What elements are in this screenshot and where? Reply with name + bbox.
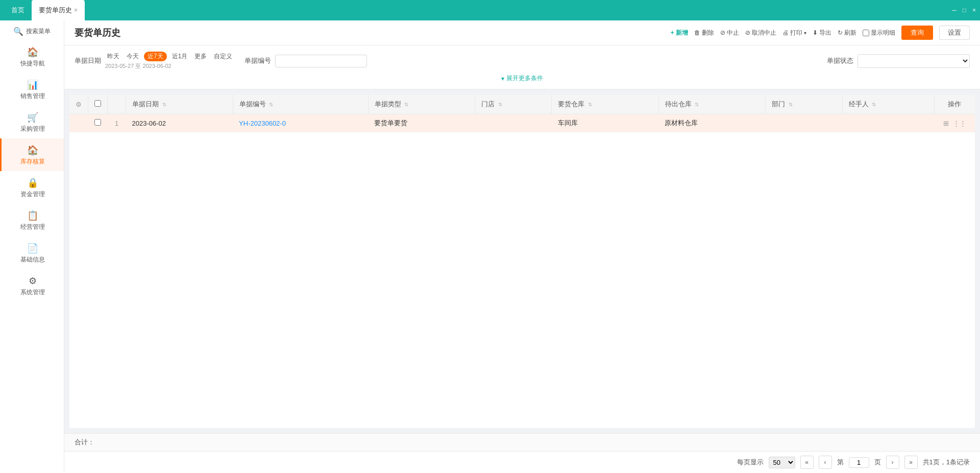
last-page-button[interactable]: » (904, 456, 918, 469)
col-rownum (108, 94, 126, 114)
row-number-link[interactable]: YH-20230602-0 (239, 120, 286, 127)
page-unit-label: 页 (874, 458, 881, 467)
sidebar-item-basic-info[interactable]: 📄 基础信息 (0, 236, 64, 269)
per-page-label: 每页显示 (737, 458, 764, 467)
doc-status-select[interactable] (857, 54, 970, 68)
row-view-icon[interactable]: ⊞ (943, 120, 949, 127)
sidebar-item-inventory[interactable]: 🏠 库存核算 (0, 138, 64, 171)
sort-date-icon: ⇅ (162, 102, 166, 107)
filter-row: 单据日期 昨天 今天 近7天 近1月 更多 自定义 2023-05-27 至 2… (75, 52, 970, 70)
date-today[interactable]: 今天 (125, 52, 141, 61)
per-page-select[interactable]: 50 10 20 100 (769, 457, 795, 468)
select-all-checkbox[interactable] (94, 100, 101, 107)
display-cell-toggle[interactable]: 显示明细 (863, 29, 895, 37)
settings-button[interactable]: 设置 (939, 26, 970, 40)
sidebar-item-sales[interactable]: 📊 销售管理 (0, 73, 64, 106)
date-last1month[interactable]: 近1月 (170, 52, 190, 61)
row-date: 2023-06-02 (132, 120, 166, 127)
row-number-cell: YH-20230602-0 (233, 114, 368, 132)
row-type: 要货单要货 (374, 119, 407, 127)
tab-requisition-history[interactable]: 要货单历史 × (32, 0, 85, 20)
tab-close-icon[interactable]: × (74, 7, 78, 14)
query-button[interactable]: 查询 (901, 26, 933, 40)
main-layout: 🔍 搜索菜单 🏠 快捷导航 📊 销售管理 🛒 采购管理 🏠 库存核算 🔒 资金管… (0, 20, 980, 473)
cart-icon: 🛒 (27, 113, 38, 122)
page-number-input[interactable] (849, 457, 869, 468)
row-handler-cell (842, 114, 934, 132)
top-bar: 首页 要货单历史 × ─ □ × (0, 0, 980, 20)
col-checkbox (88, 94, 108, 114)
row-type-cell: 要货单要货 (368, 114, 475, 132)
stop-label: 中止 (727, 29, 739, 37)
sidebar-item-quick-nav[interactable]: 🏠 快捷导航 (0, 40, 64, 73)
date-more[interactable]: 更多 (192, 52, 209, 61)
minimize-button[interactable]: ─ (952, 7, 957, 14)
sidebar-item-operation-label: 经营管理 (20, 223, 45, 231)
col-date[interactable]: 单据日期 ⇅ (126, 94, 233, 114)
date-filter: 单据日期 昨天 今天 近7天 近1月 更多 自定义 2023-05-27 至 2… (75, 52, 234, 70)
maximize-button[interactable]: □ (963, 7, 966, 14)
col-req-warehouse[interactable]: 要货仓库 ⇅ (552, 94, 659, 114)
sidebar-item-basic-info-label: 基础信息 (20, 255, 45, 264)
row-checkbox-cell[interactable] (88, 114, 108, 132)
row-num: 1 (115, 120, 118, 127)
date-range-display: 2023-05-27 至 2023-06-02 (105, 62, 234, 70)
cancel-stop-button[interactable]: ⊘ 取消中止 (745, 29, 776, 37)
col-department[interactable]: 部门 ⇅ (766, 94, 842, 114)
date-custom[interactable]: 自定义 (212, 52, 234, 61)
row-checkbox[interactable] (94, 119, 101, 126)
toolbar: + 新增 🗑 删除 ⊘ 中止 ⊘ 取消中止 🖨 打印 ▾ (671, 26, 970, 40)
row-department-cell (766, 114, 842, 132)
col-handler-label: 经手人 (849, 100, 869, 108)
sidebar-search[interactable]: 🔍 搜索菜单 (0, 20, 64, 40)
col-number-label: 单据编号 (239, 100, 266, 108)
table-footer: 合计： (64, 433, 980, 451)
doc-number-input[interactable] (275, 55, 367, 67)
expand-more-button[interactable]: ▾ 展开更多条件 (75, 74, 970, 83)
col-type[interactable]: 单据类型 ⇅ (368, 94, 475, 114)
sidebar-item-system[interactable]: ⚙ 系统管理 (0, 269, 64, 302)
stop-icon: ⊘ (720, 29, 725, 36)
chart-icon: 📊 (27, 80, 38, 89)
row-num-cell: 1 (108, 114, 126, 132)
export-label: 导出 (819, 29, 831, 37)
display-cell-checkbox[interactable] (863, 30, 869, 36)
refresh-button[interactable]: ↻ 刷新 (838, 29, 856, 37)
expand-down-icon: ▾ (501, 75, 504, 82)
row-settings-cell (69, 114, 88, 132)
table-row: 1 2023-06-02 YH-20230602-0 要货单要货 (69, 114, 975, 132)
row-more-icon[interactable]: ⋮⋮ (953, 120, 966, 127)
window-controls: ─ □ × (952, 7, 976, 14)
stop-button[interactable]: ⊘ 中止 (720, 29, 739, 37)
col-handler[interactable]: 经手人 ⇅ (842, 94, 934, 114)
next-page-button[interactable]: › (886, 456, 899, 469)
delete-button[interactable]: 🗑 删除 (694, 29, 714, 37)
prev-page-button[interactable]: ‹ (819, 456, 832, 469)
sidebar-item-finance[interactable]: 🔒 资金管理 (0, 171, 64, 204)
date-last7days[interactable]: 近7天 (144, 52, 167, 61)
pagination-bar: 每页显示 50 10 20 100 « ‹ 第 页 › » 共1页，1条记录 (64, 451, 980, 473)
print-icon: 🖨 (782, 29, 789, 36)
page-header: 要货单历史 + 新增 🗑 删除 ⊘ 中止 ⊘ 取消中止 🖨 (64, 20, 980, 45)
add-button[interactable]: + 新增 (671, 29, 688, 37)
col-pending-warehouse[interactable]: 待出仓库 ⇅ (658, 94, 766, 114)
col-req-warehouse-label: 要货仓库 (558, 100, 584, 108)
first-page-button[interactable]: « (800, 456, 814, 469)
sidebar-item-operation[interactable]: 📋 经营管理 (0, 204, 64, 236)
data-table: ⚙ 单据日期 ⇅ 单据编号 ⇅ (69, 94, 975, 132)
date-yesterday[interactable]: 昨天 (105, 52, 121, 61)
doc-number-filter: 单据编号 (244, 55, 367, 67)
row-pending-warehouse-cell: 原材料仓库 (658, 114, 766, 132)
close-button[interactable]: × (972, 7, 976, 14)
expand-more-label: 展开更多条件 (506, 74, 543, 83)
col-date-label: 单据日期 (132, 100, 159, 108)
col-settings[interactable]: ⚙ (69, 94, 88, 114)
operation-icon: 📋 (27, 211, 38, 220)
print-button[interactable]: 🖨 打印 ▾ (782, 29, 806, 37)
col-number[interactable]: 单据编号 ⇅ (233, 94, 368, 114)
sidebar-item-purchase[interactable]: 🛒 采购管理 (0, 106, 64, 138)
col-store[interactable]: 门店 ⇅ (475, 94, 552, 114)
col-type-label: 单据类型 (375, 100, 401, 108)
export-button[interactable]: ⬇ 导出 (813, 29, 831, 37)
tab-home[interactable]: 首页 (4, 0, 32, 20)
